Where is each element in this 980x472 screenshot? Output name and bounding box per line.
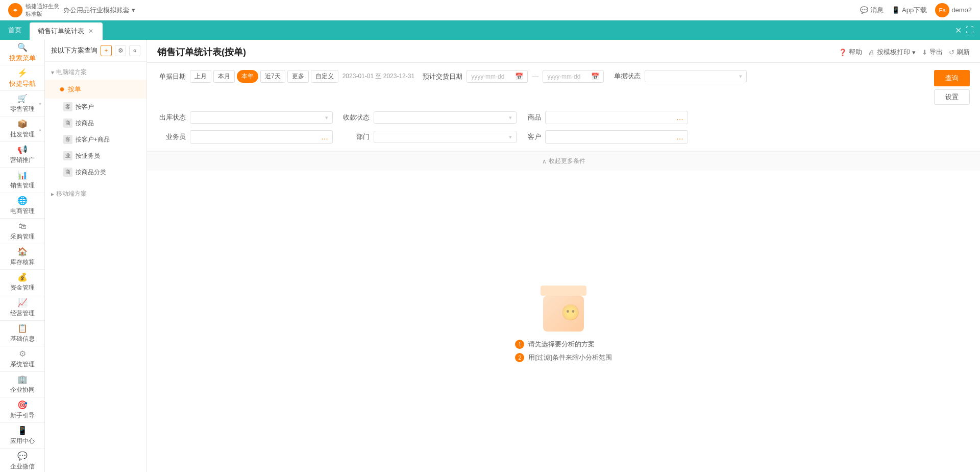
sidebar-item-wholesale[interactable]: 📦 批发管理 ▴ [0,116,44,142]
print-btn[interactable]: 🖨 按模板打印 ▾ [868,48,916,57]
collapse-panel-btn[interactable]: « [129,45,140,56]
settings-button[interactable]: 设置 [934,89,970,105]
out-status-chevron-icon: ▾ [325,114,328,121]
page-header-actions: ❓ 帮助 🖨 按模板打印 ▾ ⬇ 导出 ↺ 刷新 [839,48,970,57]
sidebar-item-corp-wechat[interactable]: 💬 企业微信 [0,449,44,472]
refresh-btn[interactable]: ↺ 刷新 [949,48,970,57]
close-window-icon[interactable]: ✕ [955,26,962,35]
date-btn-custom[interactable]: 自定义 [311,70,338,83]
logo-icon [8,3,22,17]
top-header: 畅捷通好生意 标准版 办公用品行业模拟账套 ▾ 💬 消息 📱 App下载 Ea … [0,0,980,20]
header-left: 畅捷通好生意 标准版 办公用品行业模拟账套 ▾ [8,3,135,17]
sidebar-item-sales[interactable]: 📊 销售管理 [0,168,44,193]
left-panel: 按以下方案查询 + ⚙ « ▾ 电脑端方案 [45,40,147,472]
main-layout: 🔍 搜索菜单 ⚡ 快捷导航 🛒 零售管理 ▾ 📦 批发管理 ▴ 📢 营销推广 📊… [0,40,980,472]
status-select[interactable]: ▾ [645,70,747,82]
salesperson-scheme-icon: 业 [63,151,72,160]
scheme-item-customer[interactable]: 客 按客户 [45,99,146,115]
chevron-down-icon: ▾ [39,101,41,106]
salesperson-more-icon: … [321,133,328,141]
left-panel-header-actions: + ⚙ « [101,45,140,56]
out-status-label: 出库状态 [157,113,186,122]
date-label: 单据日期 [157,72,186,81]
calendar-icon: 📅 [515,73,523,80]
collapse-conditions-bar[interactable]: ∧ 收起更多条件 [147,151,980,171]
page-title: 销售订单统计表(按单) [157,46,246,58]
help-btn[interactable]: ❓ 帮助 [839,48,862,57]
sidebar-item-inventory[interactable]: 🏠 库存核算 [0,244,44,270]
purchase-icon: 🛍 [18,222,27,231]
sidebar-item-retail[interactable]: 🛒 零售管理 ▾ [0,91,44,116]
sidebar-item-enterprise[interactable]: 🏢 企业协同 [0,372,44,397]
payment-chevron-icon: ▾ [509,114,512,121]
system-icon: ⚙ [19,349,26,359]
sidebar-item-onboarding[interactable]: 🎯 新手引导 [0,397,44,423]
add-scheme-btn[interactable]: + [101,45,112,56]
breadcrumb[interactable]: 办公用品行业模拟账套 ▾ [63,6,135,15]
goods-scheme-icon: 商 [63,119,72,128]
date-btn-this-month[interactable]: 本月 [213,70,235,83]
department-select[interactable]: ▾ [374,131,517,143]
operations-icon: 📈 [17,298,28,308]
department-label: 部门 [341,132,370,141]
expand-icon[interactable]: ⛶ [966,26,974,35]
sidebar-item-purchase[interactable]: 🛍 采购管理 [0,219,44,244]
customer-input[interactable]: … [545,130,688,144]
payment-status-select[interactable]: ▾ [374,111,517,124]
query-button[interactable]: 查询 [934,70,970,86]
tab-home[interactable]: 首页 [0,20,30,40]
salesperson-input[interactable]: … [190,130,333,144]
nav-icon: ⚡ [17,68,28,78]
sidebar-item-marketing[interactable]: 📢 营销推广 [0,142,44,168]
empty-state: 😶 1 请先选择要分析的方案 2 用[过滤]条件来缩小分析范围 [147,171,980,472]
sidebar-item-system[interactable]: ⚙ 系统管理 [0,346,44,372]
scheme-item-goods-category[interactable]: 商 按商品分类 [45,164,146,180]
customer-scheme-icon: 客 [63,102,72,111]
chevron-up-icon: ▴ [39,126,41,132]
scheme-item-order[interactable]: ● 按单 [45,80,146,99]
scheme-settings-btn[interactable]: ⚙ [115,45,126,56]
date-btn-7days[interactable]: 近7天 [260,70,285,83]
tab-close-icon[interactable]: ✕ [87,27,94,36]
messages-btn[interactable]: 💬 消息 [860,6,884,15]
date-separator: — [532,73,538,80]
tab-sales-stat[interactable]: 销售订单统计表 ✕ [30,22,103,40]
date-btn-this-year[interactable]: 本年 [237,70,258,83]
left-panel-header: 按以下方案查询 + ⚙ « [45,40,146,62]
help-icon: ❓ [839,49,847,56]
calendar-end-icon: 📅 [591,73,599,80]
page-header: 销售订单统计表(按单) ❓ 帮助 🖨 按模板打印 ▾ ⬇ 导出 [147,40,980,63]
goods-input[interactable]: … [545,111,688,124]
export-btn[interactable]: ⬇ 导出 [922,48,943,57]
refresh-icon: ↺ [949,49,954,56]
department-chevron-icon: ▾ [509,134,512,140]
sidebar-item-finance[interactable]: 💰 资金管理 [0,270,44,295]
empty-tip-2: 2 用[过滤]条件来缩小分析范围 [515,353,611,362]
onboarding-icon: 🎯 [17,400,28,410]
scheme-item-customer-goods[interactable]: 客 按客户+商品 [45,131,146,148]
date-btn-more[interactable]: 更多 [287,70,309,83]
empty-face: 😶 [561,303,580,321]
expected-date-end-input[interactable]: yyyy-mm-dd 📅 [543,70,604,83]
sidebar-item-quick-nav[interactable]: ⚡ 快捷导航 [0,65,44,91]
ecommerce-icon: 🌐 [17,196,28,205]
out-status-select[interactable]: ▾ [190,111,333,124]
search-icon: 🔍 [17,42,28,52]
mobile-scheme-group: ▸ 移动端方案 [45,183,146,204]
filter-area: 单据日期 上月 本月 本年 近7天 更多 自定义 2023-01-01 至 20… [147,63,980,151]
customer-goods-icon: 客 [63,135,72,144]
date-btn-last-month[interactable]: 上月 [190,70,211,83]
user-menu[interactable]: Ea demo2 [935,3,972,17]
app-download-btn[interactable]: 📱 App下载 [892,6,927,15]
expected-date-start-input[interactable]: yyyy-mm-dd 📅 [467,70,528,83]
sidebar-item-basic-info[interactable]: 📋 基础信息 [0,321,44,346]
payment-status-label: 收款状态 [341,113,370,122]
box-top [541,286,586,296]
sidebar-item-operations[interactable]: 📈 经营管理 [0,295,44,321]
scheme-item-salesperson[interactable]: 业 按业务员 [45,148,146,164]
sidebar-item-ecommerce[interactable]: 🌐 电商管理 [0,193,44,219]
sidebar-item-app-center[interactable]: 📱 应用中心 [0,423,44,449]
scheme-item-goods[interactable]: 商 按商品 [45,115,146,131]
sidebar-item-search-menu[interactable]: 🔍 搜索菜单 [0,40,44,65]
customer-label: 客户 [525,132,541,141]
